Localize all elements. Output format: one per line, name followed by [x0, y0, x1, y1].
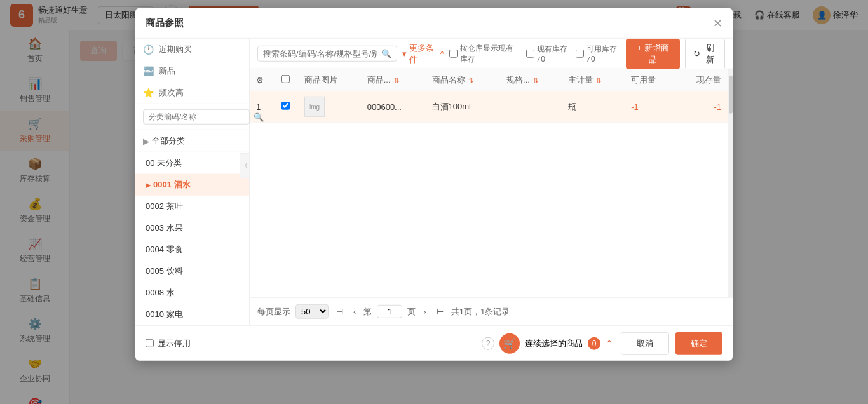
- modal-body: 🕐 近期购买 🆕 新品 ⭐ 频次高 《 🔍: [135, 39, 733, 325]
- show-disabled-input[interactable]: [146, 339, 154, 347]
- show-disabled-checkbox[interactable]: 显示停用: [146, 337, 191, 349]
- cat-item-0005[interactable]: 0005 饮料: [135, 260, 249, 282]
- next-page-button[interactable]: ›: [421, 306, 428, 318]
- row-checkbox-cell: [275, 91, 298, 122]
- product-stock: -1: [714, 102, 721, 111]
- clock-icon: 🕐: [143, 44, 154, 55]
- table-body: 1 img 000600...: [250, 91, 728, 122]
- warehouse-stock-checkbox[interactable]: 按仓库显示现有库存: [449, 43, 521, 64]
- quick-label-recent: 近期购买: [159, 44, 192, 55]
- cat-item-unclassified[interactable]: 00 未分类: [135, 152, 249, 174]
- row-checkbox[interactable]: [281, 102, 290, 110]
- th-available-label: 可用量: [631, 75, 656, 84]
- search-icon[interactable]: 🔍: [254, 112, 264, 121]
- prev-page-button[interactable]: ‹: [351, 306, 358, 318]
- page-input[interactable]: [377, 305, 402, 318]
- refresh-button[interactable]: ↻ 刷新: [685, 39, 725, 70]
- checkbox-col-header: [275, 69, 298, 91]
- avail-nonzero-checkbox[interactable]: 可用库存≠0: [576, 44, 621, 64]
- collapse-button[interactable]: 《: [240, 153, 250, 178]
- cat-item-0001[interactable]: ▶ 0001 酒水: [135, 174, 249, 196]
- th-code[interactable]: 商品... ⇅: [361, 69, 426, 91]
- th-name[interactable]: 商品名称 ⇅: [426, 69, 500, 91]
- triangle-icon: ▶: [143, 136, 149, 145]
- shopping-cart-icon[interactable]: 🛒: [499, 333, 520, 353]
- cat-label-0001: 0001 酒水: [153, 179, 191, 191]
- row-stock-cell: -1: [676, 91, 728, 122]
- th-unit[interactable]: 主计量 ⇅: [562, 69, 625, 91]
- modal-header: 商品参照 ✕: [135, 8, 733, 39]
- sort-icon-name: ⇅: [468, 77, 473, 84]
- stock-nonzero-input[interactable]: [526, 50, 534, 58]
- filter-icon: ▾: [402, 49, 407, 58]
- cat-item-0008[interactable]: 0008 水: [135, 282, 249, 304]
- th-spec[interactable]: 规格... ⇅: [500, 69, 562, 91]
- avail-nonzero-input[interactable]: [576, 50, 584, 58]
- product-unit: 瓶: [568, 102, 576, 111]
- add-product-button[interactable]: + 新增商品: [626, 39, 680, 69]
- category-search: 🔍: [135, 104, 249, 130]
- scrollbar-thumb: [729, 76, 733, 114]
- product-table-wrap: ⚙ 商品图片 商品... ⇅: [250, 69, 728, 297]
- row-image-cell: img: [298, 91, 361, 122]
- last-page-button[interactable]: ⊢: [434, 306, 446, 318]
- product-search-box: 🔍: [257, 46, 397, 62]
- table-container: ⚙ 商品图片 商品... ⇅: [250, 69, 733, 297]
- search-icon[interactable]: 🔍: [381, 49, 391, 58]
- quick-label-frequent: 频次高: [159, 87, 184, 98]
- cat-label-0002: 0002 茶叶: [146, 201, 183, 212]
- cat-item-0002[interactable]: 0002 茶叶: [135, 196, 249, 217]
- product-search-input[interactable]: [263, 49, 377, 58]
- stock-nonzero-checkbox[interactable]: 现有库存≠0: [526, 44, 571, 64]
- cart-section: ? 🛒 连续选择的商品 0 ⌃: [482, 333, 613, 353]
- th-unit-label: 主计量: [568, 75, 593, 84]
- vertical-scrollbar[interactable]: [728, 69, 733, 297]
- cat-label-0008: 0008 水: [146, 287, 175, 299]
- row-spec-cell: [500, 91, 562, 122]
- settings-col-header: ⚙: [250, 69, 275, 91]
- quick-label-new: 新品: [159, 65, 175, 77]
- row-name-cell: 白酒100ml: [426, 91, 500, 122]
- new-icon: 🆕: [143, 66, 154, 76]
- collapse-cart-icon[interactable]: ⌃: [606, 338, 613, 348]
- stock-nonzero-label: 现有库存≠0: [537, 44, 571, 64]
- product-panel: 🔍 ▾ 更多条件 ^ 按仓库显示现有库存 现有库存≠0 可用库存≠0: [250, 39, 733, 325]
- refresh-icon: ↻: [693, 49, 700, 58]
- cat-item-0004[interactable]: 0004 零食: [135, 239, 249, 260]
- filter-label: 更多条件: [409, 42, 438, 65]
- cancel-button[interactable]: 取消: [621, 332, 669, 354]
- all-categories[interactable]: ▶ 全部分类: [135, 130, 249, 152]
- settings-icon[interactable]: ⚙: [256, 75, 264, 84]
- product-toolbar: 🔍 ▾ 更多条件 ^ 按仓库显示现有库存 现有库存≠0 可用库存≠0: [250, 39, 733, 69]
- cat-label-0010: 0010 家电: [146, 309, 183, 320]
- row-unit-cell: 瓶: [562, 91, 625, 122]
- product-table: ⚙ 商品图片 商品... ⇅: [250, 69, 728, 123]
- first-page-button[interactable]: ⊣: [334, 306, 346, 318]
- per-page-select[interactable]: 50 10 20 100: [295, 304, 329, 319]
- cat-label-0003: 0003 水果: [146, 222, 183, 234]
- quick-item-recent[interactable]: 🕐 近期购买: [135, 39, 249, 60]
- product-available: -1: [631, 102, 639, 111]
- pagination: 每页显示 50 10 20 100 ⊣ ‹ 第 页 › ⊢ 共1页，1条记录: [250, 297, 733, 325]
- quick-item-frequent[interactable]: ⭐ 频次高: [135, 82, 249, 104]
- category-panel: 🕐 近期购买 🆕 新品 ⭐ 频次高 《 🔍: [135, 39, 250, 325]
- help-icon[interactable]: ?: [482, 337, 494, 349]
- cat-code-00: 00 未分类: [146, 158, 182, 169]
- cat-item-0003[interactable]: 0003 水果: [135, 217, 249, 239]
- sort-icon-spec: ⇅: [533, 77, 538, 84]
- confirm-button[interactable]: 确定: [675, 332, 722, 354]
- warehouse-checkbox-input[interactable]: [449, 50, 458, 58]
- per-page-label: 每页显示: [257, 306, 290, 317]
- filter-button[interactable]: ▾ 更多条件 ^: [402, 42, 444, 65]
- th-image-label: 商品图片: [304, 75, 337, 84]
- category-search-input[interactable]: [143, 109, 250, 125]
- category-list: 00 未分类 ▶ 0001 酒水 0002 茶叶 0003 水果 0004 零食…: [135, 152, 249, 325]
- table-row[interactable]: 1 img 000600...: [250, 91, 728, 122]
- quick-item-new[interactable]: 🆕 新品: [135, 60, 249, 82]
- avail-nonzero-label: 可用库存≠0: [587, 44, 621, 64]
- footer-actions: 取消 确定: [621, 332, 722, 354]
- cat-item-0010[interactable]: 0010 家电: [135, 304, 249, 325]
- close-icon[interactable]: ✕: [713, 16, 722, 30]
- select-all-checkbox[interactable]: [281, 75, 290, 83]
- row-code-cell: 000600...: [361, 91, 426, 122]
